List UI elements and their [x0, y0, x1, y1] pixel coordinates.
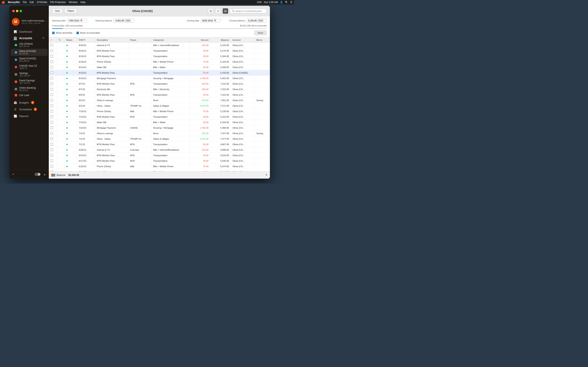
opening-date-value[interactable]: 7/30/ 2015 📅 — [67, 18, 87, 23]
col-header-description[interactable]: Description — [95, 37, 128, 43]
table-row[interactable]: ● 8/26/15 Internet & TV Bills > Internet… — [49, 43, 270, 48]
row-checkbox[interactable] — [49, 131, 56, 136]
table-row[interactable]: ● 6/26/15 Internet & TV Comcast Bills > … — [49, 147, 270, 153]
col-header-balance[interactable]: Balance — [210, 37, 231, 43]
menu-icon[interactable]: ☰ — [290, 1, 292, 4]
collapse-button[interactable]: ▲ — [43, 173, 46, 176]
row-checkbox[interactable] — [49, 65, 56, 70]
table-row[interactable]: ● 7/16/15 Phone (Olivia) At&t Bills > Mo… — [49, 109, 270, 114]
search-input[interactable] — [235, 10, 264, 12]
account-item-car-loan[interactable]: Car Loan — [11, 93, 48, 98]
show-reconciled-input[interactable] — [52, 32, 55, 34]
row-checkbox[interactable] — [49, 87, 56, 92]
balance-icon-button[interactable]: ⚖ — [208, 8, 214, 14]
col-header-memo[interactable]: Memo — [255, 37, 270, 43]
col-header-date[interactable]: Date ▾ — [77, 37, 95, 43]
search-menubar-icon[interactable]: 🔍 — [285, 1, 288, 4]
row-checkbox[interactable] — [49, 48, 56, 54]
row-checkbox[interactable] — [49, 164, 56, 169]
list-view-button[interactable]: ≡ — [215, 8, 221, 14]
row-checkbox[interactable] — [49, 98, 56, 103]
sidebar-item-budgets[interactable]: 📅 Budgets 2 — [11, 99, 48, 106]
row-checkbox[interactable] — [49, 169, 56, 171]
minimize-button[interactable] — [16, 10, 18, 12]
table-row[interactable]: ● 8/19/15 MTA Weekly Pass Transportation… — [49, 54, 270, 59]
col-header-account[interactable]: Account — [231, 37, 254, 43]
table-row[interactable]: ● 8/7/15 Electricity Bill Bills > Electr… — [49, 87, 270, 92]
table-row[interactable]: ● 6/16/15 Phone (Olivia) At&t Bills > Mo… — [49, 164, 270, 169]
menu-window[interactable]: Window — [69, 1, 78, 4]
eye-icon[interactable]: 👁 — [42, 37, 45, 40]
show-unreconciled-input[interactable] — [76, 32, 79, 34]
table-row[interactable]: ● 8/2/15 Olivia to savings None 120.00 7… — [49, 98, 270, 103]
row-checkbox[interactable] — [49, 125, 56, 131]
table-row[interactable]: ● 8/26/15 MTA Weekly Pass Transportation… — [49, 48, 270, 54]
row-checkbox[interactable] — [49, 147, 56, 153]
sidebar-item-reports[interactable]: 📈 Reports — [11, 113, 48, 119]
sidebar-toggle[interactable] — [35, 173, 41, 176]
apple-menu[interactable]: 🍎 — [2, 1, 5, 4]
table-row[interactable]: ● 7/2/15 Olivia to savings None 120.00 7… — [49, 131, 270, 136]
done-button[interactable]: Done — [254, 31, 267, 35]
table-row[interactable]: ● 7/1/15 MTA Weekly Pass MTA Transportat… — [49, 142, 270, 147]
table-row[interactable]: ● 8/7/15 MTA Weekly Pass MTA Transportat… — [49, 81, 270, 87]
close-button[interactable] — [12, 10, 15, 12]
account-item-david[interactable]: David (CHASE) $29,484.42 — [11, 56, 48, 63]
closing-date-value[interactable]: 8/29/ 2015 📅 — [200, 18, 221, 23]
table-row[interactable]: ● 8/5/15 MTA Weekly Pass MTA Transportat… — [49, 92, 270, 98]
row-checkbox[interactable] — [49, 81, 56, 87]
col-header-categories[interactable]: Categories — [151, 37, 190, 43]
show-unreconciled-checkbox[interactable]: Show un-reconciled — [76, 32, 100, 34]
row-checkbox[interactable] — [49, 158, 56, 164]
table-row[interactable]: ● 6/14/15 Water Bill Bills > Water 25.00… — [49, 169, 270, 171]
row-checkbox[interactable] — [49, 43, 56, 48]
account-item-olivia[interactable]: Olivia (CHASE) $5,590.85 — [11, 49, 48, 56]
menu-edit[interactable]: Edit — [30, 1, 34, 4]
sort-button[interactable]: Sort — [52, 8, 63, 14]
table-row[interactable]: ● 8/14/15 Water Bill Bills > Water 25.00… — [49, 65, 270, 70]
row-checkbox[interactable] — [49, 59, 56, 65]
col-header-amount[interactable]: Amount — [190, 37, 210, 43]
opening-date-calendar-icon[interactable]: 📅 — [80, 20, 82, 22]
row-checkbox[interactable] — [49, 142, 56, 147]
row-checkbox[interactable] — [49, 54, 56, 59]
table-row[interactable]: ● 6/24/15 MTA Weekly Pass MTA Transporta… — [49, 153, 270, 158]
menu-file[interactable]: File — [23, 1, 27, 4]
menu-pin[interactable]: PIN Protection — [50, 1, 66, 4]
account-item-savings[interactable]: Savings -$27,160.00 — [11, 71, 48, 78]
row-checkbox[interactable] — [49, 76, 56, 81]
table-row[interactable]: ● 8/16/15 Phone (Olivia) Bills > Mobile … — [49, 59, 270, 65]
account-item-city[interactable]: City (Online) $21,101.45 — [11, 42, 48, 49]
show-reconciled-checkbox[interactable]: Show reconciled — [52, 32, 72, 34]
account-item-chase-cc[interactable]: CHASE Visa CC -$389.73 — [11, 63, 48, 71]
account-item-online[interactable]: Online Banking $3,523.41 — [11, 85, 48, 92]
opening-balance-value[interactable]: 5,061.85 USD — [113, 18, 134, 23]
closing-date-calendar-icon[interactable]: 📅 — [214, 20, 216, 22]
row-checkbox[interactable] — [49, 92, 56, 98]
row-checkbox[interactable] — [49, 114, 56, 120]
transactions-table-container[interactable]: ✓ 📎 Status Date ▾ Description Payee Cate… — [49, 37, 270, 171]
menu-syncbits[interactable]: SYNCbits — [37, 1, 47, 4]
row-checkbox[interactable] — [49, 153, 56, 158]
app-name[interactable]: MoneyWiz — [8, 1, 20, 4]
user-icon[interactable]: 👤 — [280, 1, 283, 4]
sidebar-item-dashboard[interactable]: 📊 Dashboard — [11, 28, 48, 35]
table-row[interactable]: ● 6/17/15 MTA Weekly Pass MTA Transporta… — [49, 158, 270, 164]
row-checkbox[interactable] — [49, 136, 56, 142]
menu-help[interactable]: Help — [80, 1, 86, 4]
maximize-button[interactable] — [20, 10, 22, 12]
sidebar-item-scheduled[interactable]: 🗓 Scheduled 1 — [11, 106, 48, 113]
grid-view-button[interactable]: ⊞ — [223, 8, 228, 14]
search-box[interactable]: 🔍 — [230, 8, 267, 13]
table-row[interactable]: ● 7/14/15 Water Bill Bills > Water 25.00… — [49, 120, 270, 125]
col-header-status[interactable]: Status — [64, 37, 77, 43]
row-checkbox[interactable] — [49, 103, 56, 109]
table-row[interactable]: ● 7/15/15 MTA Weekly Pass MTA Transporta… — [49, 114, 270, 120]
add-transaction-button[interactable]: + — [265, 173, 268, 177]
row-checkbox[interactable] — [49, 120, 56, 125]
table-row[interactable]: ● 7/10/15 Mortgage Payment CHASE Housing… — [49, 125, 270, 131]
add-account-button[interactable]: + — [12, 173, 14, 176]
col-header-payee[interactable]: Payee — [128, 37, 151, 43]
row-checkbox[interactable] — [49, 70, 56, 76]
table-row[interactable]: ● 8/1/15 Olivia - Salary TRUMP Int... Sa… — [49, 103, 270, 109]
